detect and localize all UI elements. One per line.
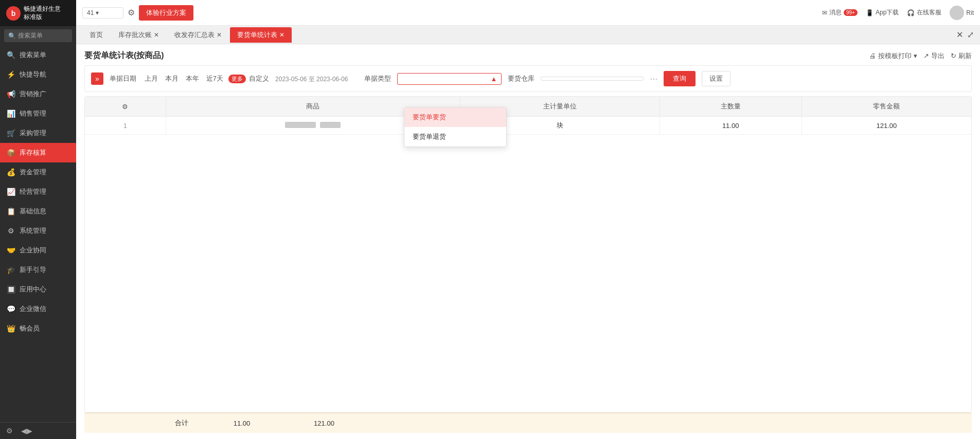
print-icon: 🖨 <box>869 52 876 60</box>
tab-home[interactable]: 首页 <box>82 27 110 43</box>
tab-collect-summary[interactable]: 收发存汇总表✕ <box>167 27 229 43</box>
tab-label-inventory-batch: 库存批次账 <box>118 30 152 40</box>
topbar-left: 41 ▾ ⚙ 体验行业方案 <box>82 5 816 21</box>
online-service-action[interactable]: 🎧 在线客服 <box>907 8 941 17</box>
sidebar-label-system: 系统管理 <box>20 226 46 235</box>
sidebar-icon-sales: 📊 <box>6 109 15 118</box>
table-header-row: ⚙商品主计量单位主数量零售金额 <box>85 97 971 117</box>
chevron-down-icon: ▾ <box>96 9 99 16</box>
user-name: Rit <box>966 9 974 16</box>
sidebar-item-finance[interactable]: 💰资金管理 <box>0 162 76 182</box>
more-filter-btn[interactable]: ··· <box>650 74 657 84</box>
sidebar-search[interactable]: 🔍 搜索菜单 <box>4 29 72 42</box>
type-text-input[interactable] <box>402 75 488 83</box>
sidebar-item-sales[interactable]: 📊销售管理 <box>0 104 76 123</box>
date-shortcuts: 上月 本月 本年 近7天 更多 自定义 <box>142 73 269 84</box>
search-icon: 🔍 <box>8 32 16 40</box>
sidebar-icon-enterprise: 🤝 <box>6 246 15 254</box>
type-input[interactable]: ▲ <box>397 73 502 85</box>
sidebar-item-marketing[interactable]: 📢营销推广 <box>0 84 76 104</box>
settings-icon[interactable]: ⚙ <box>6 427 13 435</box>
type-label: 单据类型 <box>364 74 391 83</box>
date-last-7days[interactable]: 近7天 <box>204 73 225 84</box>
refresh-icon: ↻ <box>951 52 956 60</box>
tab-close-collect-summary[interactable]: ✕ <box>217 31 222 39</box>
tab-close-all-icon[interactable]: ✕ <box>956 30 963 40</box>
sidebar: b 畅捷通好生意 标准版 🔍 搜索菜单 🔍搜索菜单⚡快捷导航📢营销推广📊销售管理… <box>0 0 76 439</box>
col-header: 主数量 <box>660 97 801 117</box>
sidebar-label-search: 搜索菜单 <box>20 50 46 60</box>
date-this-month[interactable]: 本月 <box>163 73 181 84</box>
warehouse-label: 要货仓库 <box>508 74 534 83</box>
dropdown-item-order-goods[interactable]: 要货单要货 <box>404 107 506 127</box>
sidebar-label-purchase: 采购管理 <box>20 129 46 138</box>
tab-label-home: 首页 <box>90 30 103 40</box>
export-button[interactable]: ↗ 导出 <box>923 51 945 61</box>
set-button[interactable]: 设置 <box>702 71 730 86</box>
date-custom-btn[interactable]: 自定义 <box>249 74 269 83</box>
chevron-down-icon: ▾ <box>914 52 917 60</box>
collapse-icon[interactable]: ◀▶ <box>21 427 32 435</box>
date-more-badge[interactable]: 更多 <box>228 75 246 83</box>
tabs-end-actions: ✕⤢ <box>956 30 974 40</box>
warehouse-input[interactable] <box>541 77 644 81</box>
footer-amount: 121.00 <box>298 419 350 427</box>
refresh-button[interactable]: ↻ 刷新 <box>951 51 972 61</box>
footer-label: 合计 <box>93 418 195 428</box>
trial-button[interactable]: 体验行业方案 <box>139 5 193 21</box>
store-number: 41 <box>87 9 94 16</box>
user-avatar[interactable]: Rit <box>950 6 974 20</box>
sidebar-item-guide[interactable]: 🎓新手引导 <box>0 260 76 280</box>
message-action[interactable]: ✉ 消息 99+ <box>822 8 858 17</box>
sidebar-item-operations[interactable]: 📈经营管理 <box>0 182 76 202</box>
table-area: ⚙商品主计量单位主数量零售金额 1 块 11.00 121.00 <box>84 96 972 413</box>
date-range-display: 2023-05-06 至 2023-06-06 <box>275 75 348 84</box>
tab-order-stats[interactable]: 要货单统计表✕ <box>230 27 292 43</box>
tab-inventory-batch[interactable]: 库存批次账✕ <box>111 27 166 43</box>
store-selector[interactable]: 41 ▾ <box>82 7 123 19</box>
app-download-action[interactable]: 📱 App下载 <box>866 8 899 17</box>
message-badge: 99+ <box>844 9 858 16</box>
sidebar-label-finance: 资金管理 <box>20 168 46 177</box>
sidebar-icon-member: 👑 <box>6 324 15 333</box>
dropdown-item-order-return[interactable]: 要货单退货 <box>404 127 506 147</box>
mobile-icon: 📱 <box>866 9 874 16</box>
export-icon: ↗ <box>923 52 929 60</box>
tab-expand-icon[interactable]: ⤢ <box>967 30 974 40</box>
data-table: ⚙商品主计量单位主数量零售金额 1 块 11.00 121.00 <box>85 97 971 135</box>
sidebar-item-base[interactable]: 📋基础信息 <box>0 202 76 221</box>
product-blur2 <box>320 122 341 128</box>
row-num: 1 <box>85 117 166 135</box>
date-last-month[interactable]: 上月 <box>142 73 160 84</box>
tab-close-inventory-batch[interactable]: ✕ <box>154 31 159 39</box>
sidebar-icon-system: ⚙ <box>6 227 15 235</box>
sidebar-label-appstore: 应用中心 <box>20 285 46 294</box>
sidebar-label-inventory: 库存核算 <box>20 148 46 157</box>
query-button[interactable]: 查询 <box>664 71 696 86</box>
sidebar-bottom: ⚙ ◀▶ <box>0 422 76 439</box>
sidebar-item-purchase[interactable]: 🛒采购管理 <box>0 123 76 143</box>
sidebar-label-quick-nav: 快捷导航 <box>20 70 46 79</box>
sidebar-icon-base: 📋 <box>6 207 15 215</box>
tab-close-order-stats[interactable]: ✕ <box>279 31 284 39</box>
sidebar-item-wechat[interactable]: 💬企业微信 <box>0 299 76 319</box>
sidebar-item-inventory[interactable]: 📦库存核算 <box>0 143 76 162</box>
sidebar-item-quick-nav[interactable]: ⚡快捷导航 <box>0 65 76 84</box>
sidebar-item-search[interactable]: 🔍搜索菜单 <box>0 45 76 65</box>
print-button[interactable]: 🖨 按模板打印 ▾ <box>869 51 917 61</box>
footer-quantity: 11.00 <box>216 419 268 427</box>
app-logo: b 畅捷通好生意 标准版 <box>0 0 76 26</box>
topbar-gear-icon[interactable]: ⚙ <box>128 8 135 17</box>
sidebar-icon-appstore: 🔲 <box>6 285 15 294</box>
search-label: 搜索菜单 <box>18 31 43 40</box>
sidebar-icon-search: 🔍 <box>6 51 15 59</box>
date-this-year[interactable]: 本年 <box>184 73 201 84</box>
logo-icon: b <box>6 6 21 21</box>
sidebar-icon-finance: 💰 <box>6 168 15 176</box>
page-header: 要货单统计表(按商品) 🖨 按模板打印 ▾ ↗ 导出 ↻ 刷新 <box>76 44 980 65</box>
filter-expand-button[interactable]: » <box>91 72 103 85</box>
sidebar-item-member[interactable]: 👑畅会员 <box>0 319 76 338</box>
sidebar-item-appstore[interactable]: 🔲应用中心 <box>0 280 76 299</box>
sidebar-item-system[interactable]: ⚙系统管理 <box>0 221 76 241</box>
sidebar-item-enterprise[interactable]: 🤝企业协同 <box>0 241 76 260</box>
